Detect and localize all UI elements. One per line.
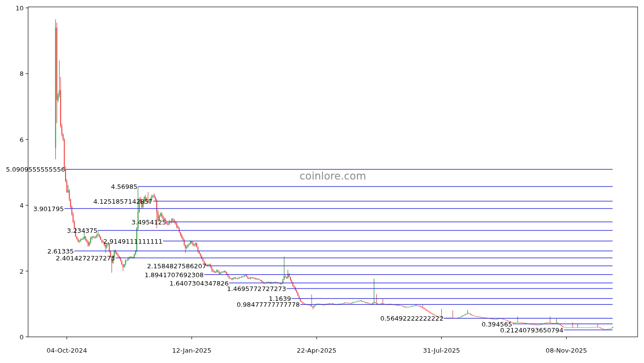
candlestick-chart-figure: coinlore.com 024681004-Oct-202412-Jan-20… xyxy=(0,0,644,363)
price-chart-canvas xyxy=(0,0,644,363)
